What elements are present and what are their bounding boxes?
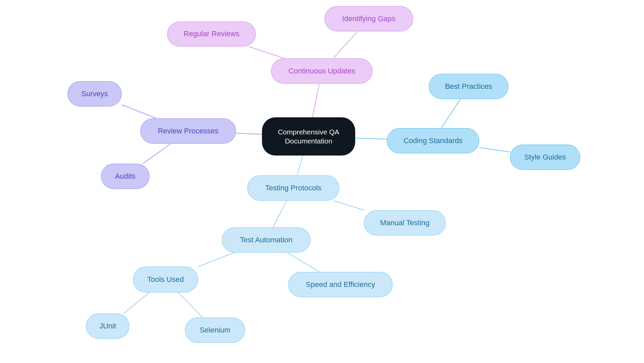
node-tools-used[interactable]: Tools Used <box>133 266 198 293</box>
edge <box>313 84 319 117</box>
node-speed-efficiency[interactable]: Speed and Efficiency <box>288 272 393 297</box>
edge <box>441 99 460 128</box>
node-style-guides[interactable]: Style Guides <box>510 144 580 170</box>
edge <box>297 156 303 175</box>
node-root[interactable]: Comprehensive QA Documentation <box>262 117 355 156</box>
edge <box>334 201 364 210</box>
node-coding-standards[interactable]: Coding Standards <box>387 128 479 154</box>
edge <box>287 253 319 272</box>
node-selenium[interactable]: Selenium <box>185 317 245 343</box>
edge <box>249 47 284 58</box>
edge <box>236 133 262 134</box>
mindmap-canvas: Comprehensive QA Documentation Coding St… <box>0 0 644 363</box>
edge <box>123 293 149 313</box>
edge <box>143 144 170 164</box>
node-regular-reviews[interactable]: Regular Reviews <box>167 21 256 47</box>
node-audits[interactable]: Audits <box>101 164 150 189</box>
edge <box>355 138 387 139</box>
edge <box>178 293 203 317</box>
node-best-practices[interactable]: Best Practices <box>429 74 508 99</box>
node-identifying-gaps[interactable]: Identifying Gaps <box>324 6 413 32</box>
edge <box>333 32 358 58</box>
edge <box>198 253 234 267</box>
node-continuous-updates[interactable]: Continuous Updates <box>271 58 373 84</box>
node-junit[interactable]: JUnit <box>86 313 129 339</box>
node-test-automation[interactable]: Test Automation <box>222 227 311 253</box>
node-surveys[interactable]: Surveys <box>67 81 122 107</box>
node-testing-protocols[interactable]: Testing Protocols <box>247 175 339 201</box>
node-manual-testing[interactable]: Manual Testing <box>364 210 446 236</box>
node-review-processes[interactable]: Review Processes <box>140 118 236 144</box>
edge <box>273 201 286 227</box>
edge <box>122 105 156 118</box>
edge <box>479 147 510 152</box>
